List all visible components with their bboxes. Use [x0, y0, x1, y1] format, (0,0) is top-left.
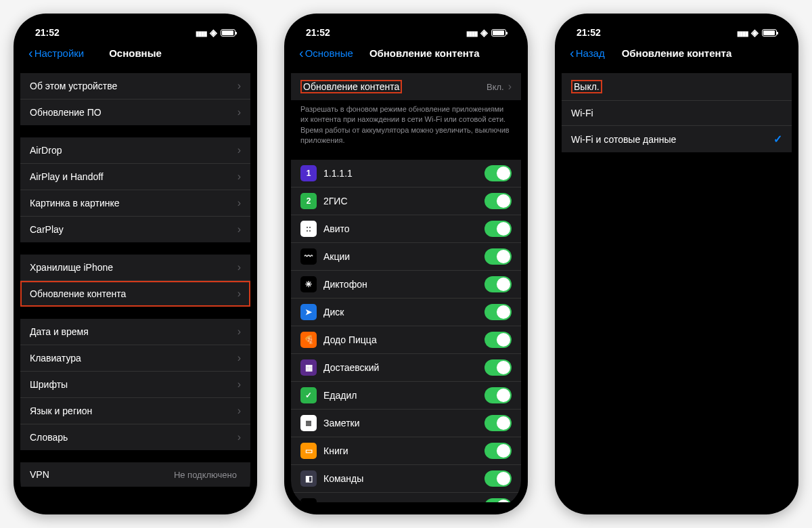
app-icon: ▦	[300, 359, 317, 376]
row-value: Вкл.	[487, 82, 504, 92]
chevron-right-icon: ›	[238, 405, 241, 417]
settings-group: Хранилище iPhone › Обновление контента ›	[20, 255, 250, 307]
toggle-switch[interactable]	[484, 470, 512, 487]
row-label: ≣Заметки	[300, 415, 484, 431]
toggle-switch[interactable]	[484, 304, 512, 320]
phone-frame-1: 21:52 ‹ Настройки Основные Об этом устро…	[14, 14, 257, 514]
row-label: AirPlay и Handoff	[30, 171, 238, 182]
toggle-switch[interactable]	[484, 415, 512, 431]
app-icon: ✳	[300, 276, 317, 292]
status-time: 21:52	[35, 27, 60, 38]
back-button[interactable]: ‹ Основные	[299, 46, 353, 60]
wifi-icon	[480, 27, 488, 38]
toggle-switch[interactable]	[484, 165, 512, 181]
row-value: Не подключено	[174, 470, 237, 480]
chevron-right-icon: ›	[238, 288, 241, 300]
row-airplay[interactable]: AirPlay и Handoff ›	[20, 164, 250, 190]
wifi-icon	[210, 27, 217, 38]
app-row[interactable]: 11.1.1.1	[291, 160, 521, 188]
app-row[interactable]: 〰Акции	[291, 243, 521, 271]
footer-description: Разрешать в фоновом режиме обновление пр…	[291, 100, 521, 148]
settings-group: Обновление контента Вкл. ›	[291, 73, 521, 100]
app-name: Книги	[323, 445, 348, 456]
chevron-right-icon: ›	[238, 144, 241, 156]
row-label: Wi-Fi и сотовые данные	[571, 134, 773, 145]
content-area[interactable]: Об этом устройстве › Обновление ПО › Air…	[20, 66, 250, 502]
app-name: Авито	[323, 223, 350, 234]
row-background-refresh[interactable]: Обновление контента ›	[20, 281, 250, 307]
app-row[interactable]: ▦Достаевский	[291, 354, 521, 382]
battery-icon	[762, 29, 777, 37]
app-row[interactable]: ≣Заметки	[291, 410, 521, 437]
row-label: CarPlay	[30, 224, 238, 235]
app-name: 1.1.1.1	[323, 168, 353, 179]
back-button[interactable]: ‹ Назад	[570, 46, 605, 60]
toggle-switch[interactable]	[484, 248, 512, 265]
status-time: 21:52	[306, 27, 330, 38]
app-icon: 🍕	[300, 332, 317, 348]
content-area[interactable]: Обновление контента Вкл. › Разрешать в ф…	[291, 66, 521, 502]
row-dictionary[interactable]: Словарь ›	[20, 424, 250, 450]
row-datetime[interactable]: Дата и время ›	[20, 319, 250, 345]
app-icon: ◧	[300, 470, 317, 487]
page-title: Основные	[109, 47, 162, 59]
row-software-update[interactable]: Обновление ПО ›	[20, 100, 250, 125]
app-name: Диск	[323, 307, 344, 317]
app-row[interactable]: ◎ОТП Банк	[291, 493, 521, 502]
phone-frame-2: 21:52 ‹ Основные Обновление контента Обн…	[284, 14, 528, 514]
toggle-switch[interactable]	[484, 498, 512, 502]
row-label: Обновление контента	[300, 80, 487, 93]
row-label: ◧Команды	[300, 470, 484, 487]
app-row[interactable]: ➤Диск	[291, 299, 521, 326]
row-label: Wi-Fi	[571, 108, 782, 118]
row-carplay[interactable]: CarPlay ›	[20, 217, 250, 242]
app-row[interactable]: ▭Книги	[291, 437, 521, 465]
app-icon: ::	[300, 221, 317, 237]
toggle-switch[interactable]	[484, 332, 512, 348]
toggle-switch[interactable]	[484, 276, 512, 292]
app-row[interactable]: ✳Диктофон	[291, 271, 521, 299]
app-row[interactable]: ◧Команды	[291, 465, 521, 493]
app-row[interactable]: ::Авито	[291, 215, 521, 243]
options-group: Выкл. Wi-Fi Wi-Fi и сотовые данные ✓	[562, 73, 792, 152]
row-label: Клавиатура	[30, 353, 238, 364]
app-name: Акции	[323, 251, 350, 262]
row-fonts[interactable]: Шрифты ›	[20, 372, 250, 398]
row-storage[interactable]: Хранилище iPhone ›	[20, 255, 250, 281]
row-label: VPN	[30, 469, 174, 480]
toggle-switch[interactable]	[484, 193, 512, 209]
row-label: ::Авито	[300, 221, 484, 237]
row-vpn[interactable]: VPN Не подключено	[20, 462, 250, 487]
toggle-switch[interactable]	[484, 443, 512, 459]
option-wifi-cellular[interactable]: Wi-Fi и сотовые данные ✓	[562, 126, 792, 152]
row-language[interactable]: Язык и регион ›	[20, 398, 250, 424]
app-row[interactable]: ✓Едадил	[291, 382, 521, 410]
row-keyboard[interactable]: Клавиатура ›	[20, 345, 250, 372]
toggle-switch[interactable]	[484, 221, 512, 237]
toggle-switch[interactable]	[484, 359, 512, 376]
row-background-refresh-setting[interactable]: Обновление контента Вкл. ›	[291, 73, 521, 100]
app-row[interactable]: 22ГИС	[291, 188, 521, 215]
chevron-right-icon: ›	[238, 80, 241, 92]
chevron-right-icon: ›	[238, 378, 241, 391]
row-label: Словарь	[30, 432, 238, 443]
battery-icon	[221, 29, 235, 37]
option-off[interactable]: Выкл.	[562, 73, 792, 101]
row-about[interactable]: Об этом устройстве ›	[20, 73, 250, 100]
back-button[interactable]: ‹ Настройки	[28, 46, 84, 60]
nav-bar: ‹ Основные Обновление контента	[291, 41, 521, 66]
status-icons	[196, 27, 235, 38]
signal-icon	[466, 27, 477, 38]
checkmark-icon: ✓	[773, 133, 782, 146]
row-airdrop[interactable]: AirDrop ›	[20, 137, 250, 164]
app-name: Команды	[323, 473, 363, 484]
app-row[interactable]: 🍕Додо Пицца	[291, 326, 521, 354]
row-label: Язык и регион	[30, 405, 238, 416]
app-name: 2ГИС	[323, 196, 348, 206]
signal-icon	[196, 27, 206, 38]
toggle-switch[interactable]	[484, 387, 512, 403]
option-wifi[interactable]: Wi-Fi	[562, 101, 792, 126]
row-pip[interactable]: Картинка в картинке ›	[20, 190, 250, 217]
content-area[interactable]: Выкл. Wi-Fi Wi-Fi и сотовые данные ✓	[562, 66, 792, 502]
settings-group: Об этом устройстве › Обновление ПО ›	[20, 73, 250, 125]
